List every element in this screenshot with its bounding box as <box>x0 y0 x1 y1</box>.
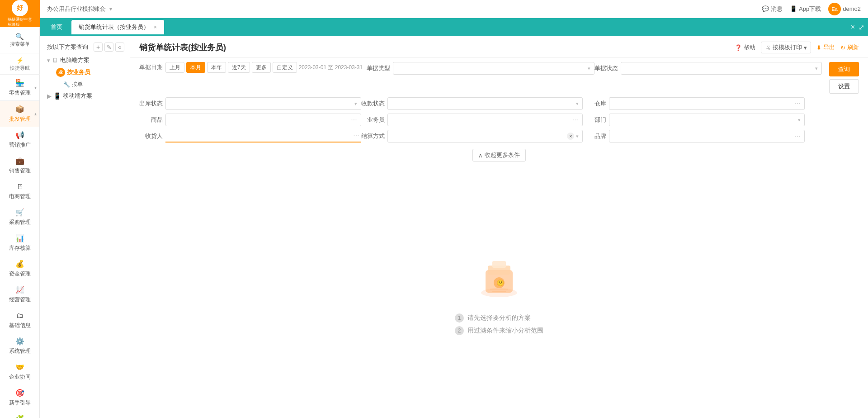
dots-icon: ··· <box>353 132 359 140</box>
dots-icon: ··· <box>795 100 801 108</box>
search-menu-button[interactable]: 🔍 搜索菜单 <box>6 31 33 49</box>
brand-input[interactable]: ··· <box>609 130 805 142</box>
payment-label: 收款状态 <box>361 100 385 108</box>
page-actions: ❓ 帮助 🖨 按模板打印 ▾ ⬇ 导出 ↻ 刷新 <box>735 42 859 53</box>
sidebar-item-apps[interactable]: 🧩 应用中心 <box>0 410 39 418</box>
logo-text: 畅捷通好生意 标账版 <box>8 17 32 27</box>
delivery-select[interactable]: ▾ <box>165 97 361 110</box>
status-select[interactable]: ▾ <box>621 62 822 75</box>
scheme-by-order[interactable]: 🔧 按单 <box>43 79 126 90</box>
salesperson-filter: ··· <box>387 114 583 126</box>
date-this-year[interactable]: 本年 <box>207 62 226 73</box>
page-title: 销货单统计表(按业务员) <box>139 42 226 53</box>
tabbar: 首页 销货单统计表（按业务员） × × ⤢ <box>40 18 868 36</box>
sidebar-item-inventory[interactable]: 📊 库存核算 <box>0 230 39 256</box>
goods-input[interactable]: ··· <box>165 114 361 126</box>
salesperson-input[interactable]: ··· <box>387 114 583 126</box>
warehouse-input[interactable]: ··· <box>609 97 805 110</box>
sidebar-item-finance[interactable]: 💰 资金管理 <box>0 256 39 281</box>
query-button[interactable]: 查询 <box>829 62 859 76</box>
svg-rect-3 <box>492 261 506 268</box>
chevron-down-icon: ▾ <box>588 66 590 71</box>
user-profile[interactable]: Ea demo2 <box>828 3 861 15</box>
scheme-by-salesperson[interactable]: 业 按业务员 <box>43 66 126 79</box>
sidebar-item-enterprise[interactable]: 🤝 企业协同 <box>0 359 39 385</box>
payment-select[interactable]: ▾ <box>387 97 583 110</box>
consignee-label: 收货人 <box>139 132 163 140</box>
sidebar-item-operation[interactable]: 📈 经营管理 <box>0 281 39 307</box>
empty-hints: 1 请先选择要分析的方案 2 用过滤条件来缩小分析范围 <box>455 314 543 335</box>
right-panel: 销货单统计表(按业务员) ❓ 帮助 🖨 按模板打印 ▾ ⬇ 导出 <box>130 36 868 418</box>
date-this-month[interactable]: 本月 <box>186 62 205 73</box>
date-more[interactable]: 更多 <box>252 62 271 73</box>
app-download-button[interactable]: 📱 App下载 <box>790 5 821 13</box>
chevron-down-icon: ▾ <box>798 117 801 123</box>
quick-nav[interactable]: ⚡ 快捷导航 <box>0 53 40 75</box>
chevron-down-icon: ▾ <box>815 66 818 71</box>
settings-button[interactable]: 设置 <box>829 79 859 94</box>
retail-icon: 🏪 <box>15 78 25 88</box>
finance-icon: 💰 <box>15 259 25 269</box>
chevron-down-icon[interactable]: ▾ <box>109 6 112 12</box>
phone-icon: 📱 <box>790 5 797 12</box>
dept-select[interactable]: ▾ <box>609 114 805 126</box>
system-icon: ⚙️ <box>15 337 25 347</box>
apps-icon: 🧩 <box>15 414 25 418</box>
avatar: Ea <box>828 3 841 15</box>
message-button[interactable]: 💬 消息 <box>762 5 783 13</box>
payment-filter: ▾ <box>387 97 583 110</box>
collapse-panel-button[interactable]: « <box>115 43 124 52</box>
delivery-filter: ▾ <box>165 97 361 110</box>
expand-button[interactable]: ⤢ <box>859 23 864 32</box>
close-all-tabs-button[interactable]: × <box>851 23 855 31</box>
app-logo[interactable]: 好 畅捷通好生意 标账版 <box>0 0 40 27</box>
sidebar-item-system[interactable]: ⚙️ 系统管理 <box>0 333 39 359</box>
collapse-button[interactable]: ∧ 收起更多条件 <box>472 149 526 162</box>
collapse-row: ∧ 收起更多条件 <box>139 146 859 164</box>
sidebar-item-marketing[interactable]: 📢 营销推广 <box>0 127 39 152</box>
consignee-input[interactable]: ··· <box>165 130 361 142</box>
tree-desktop-section[interactable]: ▾ 🖥 电脑端方案 <box>43 54 126 66</box>
date-last-7-days[interactable]: 近7天 <box>228 62 250 73</box>
enterprise-icon: 🤝 <box>15 362 25 372</box>
date-label: 单据日期 <box>139 63 163 71</box>
chevron-down-icon: ▾ <box>576 133 579 139</box>
print-button[interactable]: 🖨 按模板打印 ▾ <box>761 42 811 53</box>
refresh-icon: ↻ <box>840 44 845 51</box>
warehouse-filter: ··· <box>609 97 805 110</box>
chevron-down-icon: ▾ <box>354 101 357 107</box>
tab-close-button[interactable]: × <box>154 24 157 30</box>
sidebar-item-wholesale[interactable]: 📦 批发管理 ▴ <box>0 101 39 127</box>
sidebar-item-guide[interactable]: 🎯 新手引导 <box>0 385 39 410</box>
settlement-clear-button[interactable]: × <box>567 133 574 140</box>
tab-sales-stat[interactable]: 销货单统计表（按业务员） × <box>71 20 164 34</box>
marketing-icon: 📢 <box>15 130 25 140</box>
filter-panel: 单据日期 上月 本月 本年 近7天 更多 自定义 2023-03-01 至 20… <box>130 57 868 169</box>
sidebar: 好 畅捷通好生意 标账版 🔍 搜索菜单 ⚡ 快捷导航 🏪 零售管理 ▾ 📦 批发… <box>0 0 40 418</box>
svg-text:😕: 😕 <box>496 279 505 287</box>
export-button[interactable]: ⬇ 导出 <box>816 43 835 52</box>
tabbar-actions: × ⤢ <box>851 23 864 32</box>
sidebar-item-sales[interactable]: 💼 销售管理 <box>0 152 39 178</box>
sidebar-item-purchase[interactable]: 🛒 采购管理 <box>0 204 39 230</box>
add-scheme-button[interactable]: + <box>94 43 103 52</box>
print-icon: 🖨 <box>765 44 771 51</box>
date-last-month[interactable]: 上月 <box>165 62 184 73</box>
type-select[interactable]: ▾ <box>393 62 594 75</box>
sidebar-item-retail[interactable]: 🏪 零售管理 ▾ <box>0 75 39 101</box>
dept-filter: ▾ <box>609 114 805 126</box>
help-button[interactable]: ❓ 帮助 <box>735 43 755 52</box>
settlement-filter: × ▾ <box>387 130 583 142</box>
settlement-select[interactable]: × ▾ <box>387 130 583 142</box>
sidebar-item-ecommerce[interactable]: 🖥 电商管理 <box>0 178 39 204</box>
date-custom[interactable]: 自定义 <box>273 62 297 73</box>
sidebar-item-basic[interactable]: 🗂 基础信息 <box>0 307 39 333</box>
tab-home[interactable]: 首页 <box>43 20 70 34</box>
message-icon: 💬 <box>762 5 769 12</box>
edit-scheme-button[interactable]: ✎ <box>104 43 113 52</box>
tree-mobile-section[interactable]: ▶ 📱 移动端方案 <box>43 90 126 102</box>
refresh-button[interactable]: ↻ 刷新 <box>840 43 859 52</box>
chevron-up-icon: ▴ <box>34 111 37 116</box>
home-tab-label: 首页 <box>51 23 62 31</box>
chevron-right-icon: ▶ <box>47 93 52 100</box>
